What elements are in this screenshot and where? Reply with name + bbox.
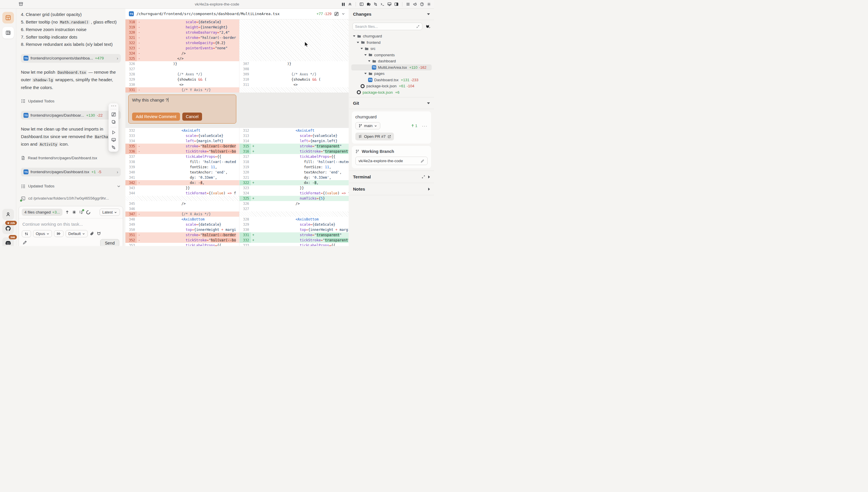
annotate-icon[interactable] bbox=[111, 112, 116, 117]
diff-row[interactable]: 336- tickStroke="hsl(var(--bo316+ tickSt… bbox=[125, 149, 349, 154]
notes-section-header[interactable]: Notes bbox=[349, 183, 434, 195]
file-chip-pages-dashboard[interactable]: TS frontend/src/pages/Dashboar... +130 -… bbox=[21, 111, 121, 120]
cancel-button[interactable]: Cancel bbox=[182, 113, 202, 121]
branch-dropdown[interactable]: main bbox=[355, 122, 380, 129]
spark-icon[interactable] bbox=[72, 210, 76, 214]
diff-row[interactable]: 325+ numTicks={5} bbox=[125, 196, 349, 201]
line-number[interactable]: 346 bbox=[125, 206, 137, 212]
line-number[interactable]: 325 bbox=[239, 196, 251, 201]
diff-row[interactable]: 340 textAnchor: 'end',320 textAnchor: 'e… bbox=[125, 170, 349, 175]
cat-icon[interactable] bbox=[425, 24, 430, 29]
diff-row[interactable]: 348 <AxisBottom328 <AxisBottom bbox=[125, 217, 349, 222]
monitor-icon[interactable] bbox=[387, 2, 392, 6]
line-number[interactable]: 337 bbox=[125, 154, 137, 159]
commits-ahead[interactable]: 1 bbox=[411, 124, 418, 128]
line-number[interactable]: 313 bbox=[239, 133, 251, 139]
line-number[interactable]: 320 bbox=[125, 30, 137, 35]
tree-item-src[interactable]: src bbox=[351, 46, 432, 52]
git-section-header[interactable]: Git bbox=[349, 97, 434, 109]
diff-row[interactable]: 333 scale={valueScale}313 scale={valueSc… bbox=[125, 133, 349, 139]
line-number[interactable]: 319 bbox=[125, 25, 137, 30]
line-number[interactable]: 328 bbox=[125, 72, 137, 77]
line-number[interactable]: 310 bbox=[239, 77, 251, 82]
line-number[interactable]: 316 bbox=[239, 149, 251, 154]
todos-icon[interactable] bbox=[79, 210, 83, 214]
tree-item-components[interactable]: components bbox=[351, 52, 432, 58]
line-number[interactable]: 321 bbox=[125, 35, 137, 40]
pencil-icon[interactable] bbox=[420, 159, 424, 163]
cat-icon[interactable] bbox=[96, 231, 101, 236]
message-input[interactable]: Continue working on this task... bbox=[19, 218, 123, 226]
line-number[interactable]: 339 bbox=[125, 165, 137, 170]
diff-row[interactable]: 343 }}323 }} bbox=[125, 186, 349, 191]
chevron-down-icon[interactable] bbox=[342, 12, 345, 16]
files-changed-chip[interactable]: 4 files changed +3... bbox=[22, 208, 63, 216]
line-number[interactable]: 353 bbox=[125, 243, 137, 246]
terminal-icon[interactable] bbox=[380, 2, 385, 6]
line-number[interactable]: 343 bbox=[125, 186, 137, 191]
line-number[interactable]: 341 bbox=[125, 175, 137, 180]
megaphone-icon[interactable] bbox=[413, 2, 417, 6]
line-number[interactable]: 311 bbox=[239, 82, 251, 87]
line-number[interactable]: 320 bbox=[239, 170, 251, 175]
line-number[interactable]: 338 bbox=[125, 159, 137, 165]
read-file-row[interactable]: Read frontend/src/pages/Dashboard.tsx bbox=[21, 156, 121, 160]
diff-row[interactable]: 342- dx: -4,322+ dx: -8, bbox=[125, 180, 349, 186]
changes-section-header[interactable]: Changes bbox=[349, 8, 434, 20]
diff-row[interactable]: 327308 bbox=[125, 67, 349, 72]
diff-row[interactable]: 338 fill: 'hsl(var(--muted318 fill: 'hsl… bbox=[125, 159, 349, 165]
diff-row[interactable]: 323- pointerEvents="none" bbox=[125, 46, 349, 51]
caret-down-icon[interactable] bbox=[364, 73, 367, 74]
line-number[interactable]: 345 bbox=[125, 201, 137, 206]
panel-left-icon[interactable] bbox=[359, 2, 364, 6]
model-dropdown[interactable]: Opus bbox=[33, 230, 52, 237]
monitor-icon[interactable] bbox=[111, 138, 116, 143]
line-number[interactable]: 327 bbox=[239, 206, 251, 212]
line-number[interactable]: 319 bbox=[239, 165, 251, 170]
diff-row[interactable]: 351- stroke="hsl(var(--border331+ stroke… bbox=[125, 232, 349, 238]
diff-row[interactable]: 320- strokeDasharray="2,4" bbox=[125, 30, 349, 35]
line-number[interactable]: 315 bbox=[239, 144, 251, 149]
line-number[interactable]: 309 bbox=[239, 72, 251, 77]
play-icon[interactable] bbox=[111, 130, 116, 135]
line-number[interactable]: 324 bbox=[239, 191, 251, 196]
diff-row[interactable]: 318- scale={dateScale} bbox=[125, 20, 349, 25]
tree-item-dashboard-tsx[interactable]: TSDashboard.tsx+131-233 bbox=[351, 77, 432, 83]
file-chip-components-dashboard[interactable]: TS frontend/src/components/dashboa... +4… bbox=[21, 54, 121, 63]
tree-item-dashboard[interactable]: dashboard bbox=[351, 58, 432, 65]
line-number[interactable]: 322 bbox=[125, 40, 137, 46]
settings-sliders-button[interactable] bbox=[22, 230, 31, 237]
tree-item-frontend[interactable]: frontend bbox=[351, 40, 432, 46]
caret-down-icon[interactable] bbox=[368, 60, 370, 62]
diff-row[interactable]: 345 />326 /> bbox=[125, 201, 349, 206]
updated-todos-row-2[interactable]: Updated Todos bbox=[21, 184, 121, 189]
updated-todos-row[interactable]: Updated Todos bbox=[21, 99, 121, 103]
annotate-icon[interactable] bbox=[334, 11, 339, 16]
attach-icon[interactable] bbox=[90, 231, 94, 236]
line-number[interactable]: 328 bbox=[239, 217, 251, 222]
open-pr-button[interactable]: Open PR #7 bbox=[355, 132, 394, 141]
line-number[interactable]: 342 bbox=[125, 180, 137, 186]
diff-row[interactable]: 326 )}307 )} bbox=[125, 61, 349, 67]
scroll-up-icon[interactable] bbox=[65, 210, 69, 214]
diff-row[interactable]: 352- tickStroke="hsl(var(--bo332+ tickSt… bbox=[125, 238, 349, 243]
comment-draft-text[interactable]: Why this change ? bbox=[132, 97, 233, 102]
line-number[interactable]: 331 bbox=[239, 232, 251, 238]
tree-item-churnguard[interactable]: churnguard bbox=[351, 33, 432, 40]
gear-icon[interactable] bbox=[427, 2, 431, 6]
line-number[interactable]: 333 bbox=[125, 133, 137, 139]
line-number[interactable]: 327 bbox=[125, 67, 137, 72]
diff-row[interactable]: 324- /> bbox=[125, 51, 349, 56]
diff-row[interactable]: 321- stroke="hsl(var(--border bbox=[125, 35, 349, 40]
line-number[interactable]: 318 bbox=[239, 159, 251, 165]
diff-row[interactable]: 346327 bbox=[125, 206, 349, 212]
diff-row[interactable]: 334 left={margin.left}314 left={margin.l… bbox=[125, 139, 349, 144]
line-number[interactable]: 352 bbox=[125, 238, 137, 243]
diff-row[interactable]: 322- strokeOpacity={0.2} bbox=[125, 40, 349, 46]
line-number[interactable]: 326 bbox=[239, 201, 251, 206]
line-number[interactable]: 323 bbox=[125, 46, 137, 51]
send-button[interactable]: Send bbox=[100, 239, 119, 246]
review-comment-box[interactable]: Why this change ? Add Review Comment Can… bbox=[128, 95, 236, 124]
tree-item-pages[interactable]: pages bbox=[351, 71, 432, 77]
highlighter-icon[interactable] bbox=[22, 240, 27, 245]
